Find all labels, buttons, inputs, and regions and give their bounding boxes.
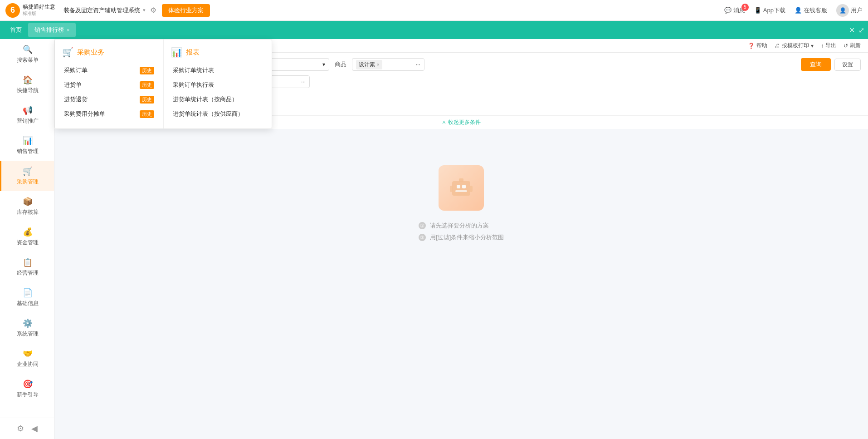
document-icon: 📄 xyxy=(23,288,33,298)
sidebar-item-cooperation[interactable]: 🤝 企业协同 xyxy=(0,343,54,374)
sidebar-bottom: ⚙ ◀ xyxy=(0,418,54,439)
money-icon: 💰 xyxy=(23,227,33,237)
sidebar-item-purchase[interactable]: 🛒 采购管理 xyxy=(0,161,54,191)
tab-close-icon[interactable]: × xyxy=(67,27,69,33)
handshake-icon: 🤝 xyxy=(23,349,33,359)
print-arrow-icon: ▾ xyxy=(811,43,814,49)
tab-close-all-icon[interactable]: ✕ xyxy=(849,26,855,35)
svg-rect-5 xyxy=(450,186,453,192)
sidebar-item-system[interactable]: ⚙️ 系统管理 xyxy=(0,313,54,343)
empty-state: ① 请先选择要分析的方案 ② 用[过滤]条件来缩小分析范围 xyxy=(54,129,868,280)
tab-bar: 首页 销售排行榜 × ✕ ⤢ xyxy=(0,21,868,39)
avatar-icon: 👤 xyxy=(839,7,846,14)
menu-item-purchase-order[interactable]: 采购订单 历史 xyxy=(62,63,156,78)
menu-column-report: 📊 报表 采购订单统计表 采购订单执行表 进货单统计表（按商品） 进货单统计表（… xyxy=(164,39,272,128)
export-icon: ↑ xyxy=(821,43,824,49)
menu-item-purchase-order-stat[interactable]: 采购订单统计表 xyxy=(171,63,265,78)
print-icon: 🖨 xyxy=(775,43,780,49)
message-icon: 💬 xyxy=(724,7,731,14)
staff-more-icon[interactable]: ··· xyxy=(301,79,306,85)
goods-more-icon[interactable]: ··· xyxy=(416,61,420,68)
query-button[interactable]: 查询 xyxy=(801,58,831,71)
svg-rect-4 xyxy=(459,178,463,182)
refresh-button[interactable]: ↺ 刷新 xyxy=(844,42,861,49)
help-button[interactable]: ❓ 帮助 xyxy=(748,42,767,49)
tab-sales-ranking[interactable]: 销售排行榜 × xyxy=(28,23,76,37)
search-icon: 🔍 xyxy=(23,44,33,54)
svg-rect-2 xyxy=(462,185,466,188)
menu-item-goods-in-stat-product[interactable]: 进货单统计表（按商品） xyxy=(171,92,265,107)
chart-icon: 📊 xyxy=(23,136,33,146)
settings-bottom-icon[interactable]: ⚙ xyxy=(17,424,24,434)
menu-header-report: 📊 报表 xyxy=(171,47,265,58)
menu-item-goods-in[interactable]: 进货单 历史 xyxy=(62,78,156,92)
menu-item-goods-in-stat-supplier[interactable]: 进货单统计表（按供应商） xyxy=(171,107,265,121)
history-badge-2: 历史 xyxy=(140,81,154,89)
report-header-icon: 📊 xyxy=(171,47,182,58)
goods-tag-close-icon[interactable]: × xyxy=(377,62,380,67)
sidebar-item-search[interactable]: 🔍 搜索菜单 xyxy=(0,39,54,69)
megaphone-icon: 📢 xyxy=(23,105,33,115)
menu-item-purchase-order-exec[interactable]: 采购订单执行表 xyxy=(171,78,265,92)
menu-item-goods-return[interactable]: 进货退货 历史 xyxy=(62,92,156,107)
user-item[interactable]: 👤 用户 xyxy=(836,4,863,17)
select-arrow-icon: ▾ xyxy=(322,61,325,68)
sidebar-item-quicknav[interactable]: 🏠 快捷导航 xyxy=(0,69,54,100)
sidebar-item-finance[interactable]: 💰 资金管理 xyxy=(0,222,54,252)
goods-label: 商品 xyxy=(335,60,346,69)
filter-actions: 查询 设置 xyxy=(801,58,861,71)
goods-select[interactable]: 设计素 × ··· xyxy=(352,58,424,71)
tab-bar-right: ✕ ⤢ xyxy=(849,26,864,35)
sidebar-item-inventory[interactable]: 📦 库存核算 xyxy=(0,191,54,222)
settings-icon[interactable]: ⚙ xyxy=(150,6,156,15)
sidebar-item-sales[interactable]: 📊 销售管理 xyxy=(0,130,54,161)
print-button[interactable]: 🖨 按模板打印 ▾ xyxy=(775,42,814,49)
empty-illustration xyxy=(439,165,484,211)
dropdown-menu: 🛒 采购业务 采购订单 历史 进货单 历史 进货退货 历史 采购费用分摊单 历史… xyxy=(54,39,272,129)
history-badge-3: 历史 xyxy=(140,96,154,104)
tab-expand-icon[interactable]: ⤢ xyxy=(858,26,864,35)
logo-sub: 标准版 xyxy=(23,10,55,17)
box-icon: 📦 xyxy=(23,197,33,207)
menu-header-purchase: 🛒 采购业务 xyxy=(62,47,156,58)
sidebar-item-guide[interactable]: 🎯 新手引导 xyxy=(0,374,54,404)
top-right: 💬 消息 5 📱 App下载 👤 在线客服 👤 用户 xyxy=(724,4,863,17)
industry-button[interactable]: 体验行业方案 xyxy=(162,4,210,17)
sidebar-item-operations[interactable]: 📋 经营管理 xyxy=(0,252,54,282)
app-download-item[interactable]: 📱 App下载 xyxy=(754,6,785,15)
top-bar: 6 畅捷通好生意 标准版 装备及固定资产辅助管理系统 ▾ ⚙ 体验行业方案 💬 … xyxy=(0,0,868,21)
cart-icon: 🛒 xyxy=(23,166,33,176)
logo-area: 6 畅捷通好生意 标准版 xyxy=(5,3,60,18)
collapse-icon: ∧ xyxy=(442,119,446,125)
system-title: 装备及固定资产辅助管理系统 ▾ ⚙ xyxy=(63,6,156,15)
svg-rect-1 xyxy=(457,185,460,188)
refresh-icon: ↺ xyxy=(844,43,848,49)
menu-item-purchase-expense[interactable]: 采购费用分摊单 历史 xyxy=(62,107,156,121)
service-icon: 👤 xyxy=(795,7,802,14)
sidebar-item-marketing[interactable]: 📢 营销推广 xyxy=(0,100,54,130)
svg-rect-6 xyxy=(470,186,473,192)
set-button[interactable]: 设置 xyxy=(834,59,861,71)
robot-icon xyxy=(445,172,477,204)
avatar: 👤 xyxy=(836,4,849,17)
sidebar: 🔍 搜索菜单 🏠 快捷导航 📢 营销推广 📊 销售管理 🛒 采购管理 📦 库存核… xyxy=(0,39,54,439)
empty-tips: ① 请先选择要分析的方案 ② 用[过滤]条件来缩小分析范围 xyxy=(419,220,504,243)
svg-rect-3 xyxy=(455,190,467,192)
help-icon: ❓ xyxy=(748,43,755,49)
online-service-item[interactable]: 👤 在线客服 xyxy=(795,6,827,15)
message-item[interactable]: 💬 消息 5 xyxy=(724,6,745,15)
collapse-sidebar-icon[interactable]: ◀ xyxy=(31,424,38,434)
clipboard-icon: 📋 xyxy=(23,257,33,267)
home-icon: 🏠 xyxy=(23,75,33,85)
tab-home[interactable]: 首页 xyxy=(4,23,28,37)
svg-rect-0 xyxy=(452,181,470,196)
empty-tip-2: ② 用[过滤]条件来缩小分析范围 xyxy=(419,232,504,243)
empty-tip-1: ① 请先选择要分析的方案 xyxy=(419,220,504,232)
logo-icon: 6 xyxy=(5,3,20,18)
history-badge-4: 历史 xyxy=(140,110,154,118)
logo-text: 畅捷通好生意 xyxy=(23,4,55,11)
sidebar-item-basicinfo[interactable]: 📄 基础信息 xyxy=(0,282,54,313)
dropdown-arrow-icon[interactable]: ▾ xyxy=(143,7,146,13)
export-button[interactable]: ↑ 导出 xyxy=(821,42,836,49)
goods-tag: 设计素 × xyxy=(356,60,382,69)
